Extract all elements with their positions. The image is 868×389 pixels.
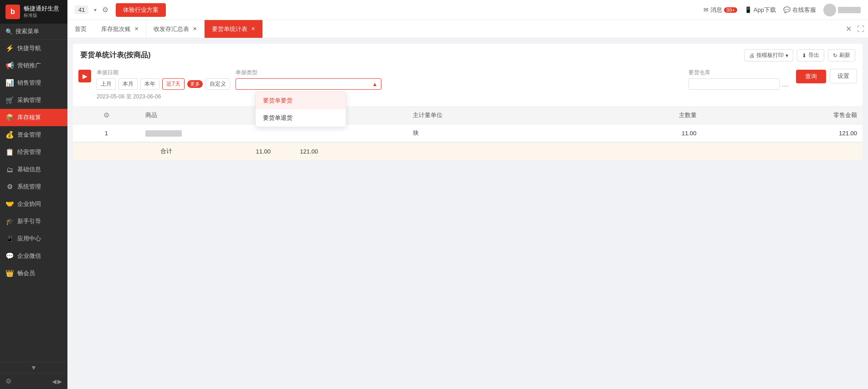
sidebar-item-guide[interactable]: 🎓 新手引导 xyxy=(0,213,67,230)
col-unit-label: 主计量单位 xyxy=(413,112,442,118)
sidebar-item-operation[interactable]: 📋 经营管理 xyxy=(0,143,67,161)
app-download-btn[interactable]: 📱 App下载 xyxy=(745,6,776,14)
messages-btn[interactable]: ✉ 消息 99+ xyxy=(704,6,737,14)
messages-icon: ✉ xyxy=(704,6,709,13)
header-dropdown-arrow[interactable]: ▾ xyxy=(94,7,97,13)
sidebar-item-enterprise[interactable]: 🤝 企业协同 xyxy=(0,195,67,213)
dropdown-item-order-goods[interactable]: 要货单要货 xyxy=(256,92,346,109)
sidebar-item-quick-nav[interactable]: ⚡ 快捷导航 xyxy=(0,40,67,57)
warehouse-filter-input[interactable] xyxy=(688,78,780,90)
page-title-bar: 要货单统计表(按商品) 🖨 按模板打印 ▾ ⬇ 导出 ↻ 刷新 xyxy=(73,44,863,65)
table-head: ⚙ 商品 主计量单位 主数量 零 xyxy=(73,107,863,124)
tab-inventory-batch-label: 库存批次账 xyxy=(101,25,131,33)
row-amount-value: 121.00 xyxy=(839,130,857,137)
main-area: 41 ▾ ⚙ 体验行业方案 ✉ 消息 99+ 📱 App下载 💬 在线客服 xyxy=(67,0,868,389)
online-service-btn[interactable]: 💬 在线客服 xyxy=(783,6,816,14)
tabs-bar: 首页 库存批次账 ✕ 收发存汇总表 ✕ 要货单统计表 ✕ ✕ ⛶ xyxy=(67,20,868,38)
search-icon: 🔍 xyxy=(5,28,13,35)
messages-badge: 99+ xyxy=(724,7,737,13)
refresh-label: 刷新 xyxy=(839,51,850,59)
sidebar-item-label: 企业微信 xyxy=(17,252,41,260)
header-gear-icon[interactable]: ⚙ xyxy=(102,5,108,14)
date-btn-prev-month[interactable]: 上月 xyxy=(97,78,116,90)
type-filter-input[interactable] xyxy=(236,78,381,90)
table-body: 1 块 11.00 xyxy=(73,124,863,142)
query-button[interactable]: 查询 xyxy=(796,70,826,83)
table-footer: 合计 11.00 121.00 xyxy=(73,142,863,160)
filter-expand-btn[interactable]: ▶ xyxy=(78,70,91,82)
system-icon: ⚙ xyxy=(5,183,14,191)
sidebar-item-marketing[interactable]: 📢 营销推广 xyxy=(0,57,67,74)
sidebar-item-label: 应用中心 xyxy=(17,235,41,243)
sidebar-item-label: 库存核算 xyxy=(17,113,41,122)
date-more-badge[interactable]: 更多 xyxy=(187,80,203,88)
table-header-row: ⚙ 商品 主计量单位 主数量 零 xyxy=(73,107,863,124)
print-label: 按模板打印 xyxy=(756,51,784,59)
date-btn-curr-month[interactable]: 本月 xyxy=(118,78,138,90)
row-qty-value: 11.00 xyxy=(682,130,697,137)
footer-total-amount: 121.00 xyxy=(282,148,318,155)
col-amount-label: 零售金额 xyxy=(833,112,857,118)
filter-actions: 查询 设置 xyxy=(796,69,857,84)
sidebar-item-system[interactable]: ⚙ 系统管理 xyxy=(0,178,67,195)
sidebar-item-inventory[interactable]: 📦 库存核算 xyxy=(0,109,67,126)
messages-label: 消息 xyxy=(710,6,722,14)
sidebar-item-member[interactable]: 👑 畅会员 xyxy=(0,265,67,282)
tab-expand-btn[interactable]: ⛶ xyxy=(855,23,866,35)
member-icon: 👑 xyxy=(5,269,14,277)
tab-close-all-btn[interactable]: ✕ xyxy=(844,23,853,35)
tab-receive-summary-close[interactable]: ✕ xyxy=(193,26,197,32)
sidebar-item-basic[interactable]: 🗂 基础信息 xyxy=(0,161,67,178)
sidebar-scroll-down[interactable]: ▼ xyxy=(0,362,67,373)
app-center-icon: 📱 xyxy=(5,235,14,243)
row-product-value xyxy=(145,130,182,137)
tab-inventory-batch-close[interactable]: ✕ xyxy=(134,26,139,32)
tab-home-label: 首页 xyxy=(75,25,87,33)
col-qty-header: 主数量 xyxy=(541,107,702,124)
date-filter-label: 单据日期 xyxy=(97,69,230,77)
sidebar-item-enterprise-wechat[interactable]: 💬 企业微信 xyxy=(0,247,67,265)
user-area[interactable] xyxy=(823,4,861,16)
logo-icon: b xyxy=(5,5,20,19)
table-row: 1 块 11.00 xyxy=(73,124,863,142)
sidebar-item-app-center[interactable]: 📱 应用中心 xyxy=(0,230,67,247)
type-input-wrap: ▲ xyxy=(236,78,381,90)
tab-order-stats[interactable]: 要货单统计表 ✕ xyxy=(205,20,263,38)
tab-inventory-batch[interactable]: 库存批次账 ✕ xyxy=(94,20,146,38)
finance-icon: 💰 xyxy=(5,131,14,139)
date-btn-curr-year[interactable]: 本年 xyxy=(140,78,159,90)
export-label: 导出 xyxy=(808,51,819,59)
logo-text-area: 畅捷通好生意 标准版 xyxy=(24,5,59,19)
table-settings-icon[interactable]: ⚙ xyxy=(103,111,109,119)
tab-home[interactable]: 首页 xyxy=(67,20,94,38)
sidebar-item-label: 企业协同 xyxy=(17,200,41,208)
sidebar-item-label: 销售管理 xyxy=(17,79,41,87)
export-btn[interactable]: ⬇ 导出 xyxy=(797,49,824,61)
sidebar-search[interactable]: 🔍 搜索菜单 xyxy=(0,24,67,40)
type-filter-arrow[interactable]: ▲ xyxy=(372,81,378,87)
page-card: 要货单统计表(按商品) 🖨 按模板打印 ▾ ⬇ 导出 ↻ 刷新 xyxy=(73,44,863,160)
dropdown-item-order-return[interactable]: 要货单退货 xyxy=(256,109,346,127)
filter-bar: ▶ 单据日期 上月 本月 本年 近7天 更多 自定义 2023-05-06 至 … xyxy=(73,65,863,107)
date-filter-group: 单据日期 上月 本月 本年 近7天 更多 自定义 2023-05-06 至 20… xyxy=(97,69,230,101)
row-qty-cell: 11.00 xyxy=(541,124,702,142)
settings-button[interactable]: 设置 xyxy=(830,69,857,83)
refresh-btn[interactable]: ↻ 刷新 xyxy=(828,49,855,61)
marketing-icon: 📢 xyxy=(5,61,14,70)
type-filter-group: 单据类型 ▲ xyxy=(236,69,381,90)
sidebar-item-label: 畅会员 xyxy=(17,269,35,277)
tab-order-stats-close[interactable]: ✕ xyxy=(251,26,255,32)
warehouse-more-icon[interactable]: … xyxy=(780,80,791,88)
sidebar-item-sales[interactable]: 📊 销售管理 xyxy=(0,74,67,92)
date-btn-custom[interactable]: 自定义 xyxy=(205,78,230,90)
sidebar-item-finance[interactable]: 💰 资金管理 xyxy=(0,126,67,143)
sidebar-footer[interactable]: ⚙ ◀ ▶ xyxy=(0,373,67,389)
print-btn[interactable]: 🖨 按模板打印 ▾ xyxy=(744,49,793,61)
tab-receive-summary[interactable]: 收发存汇总表 ✕ xyxy=(146,20,205,38)
col-unit-header: 主计量单位 xyxy=(407,107,541,124)
quick-nav-icon: ⚡ xyxy=(5,44,14,52)
trial-button[interactable]: 体验行业方案 xyxy=(116,3,166,17)
date-btn-last7[interactable]: 近7天 xyxy=(162,78,185,90)
row-amount-cell: 121.00 xyxy=(702,124,863,142)
sidebar-item-purchase[interactable]: 🛒 采购管理 xyxy=(0,92,67,109)
